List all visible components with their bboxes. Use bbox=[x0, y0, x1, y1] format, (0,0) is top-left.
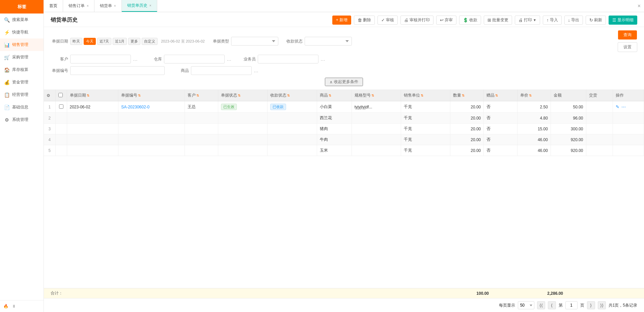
page-first-btn[interactable]: ⟨⟨ bbox=[537, 301, 545, 309]
date-more[interactable]: 更多 bbox=[128, 38, 140, 45]
refresh-button[interactable]: ↻ 刷新 bbox=[586, 16, 606, 25]
display-detail-button[interactable]: ☰ 显示明细 bbox=[609, 16, 637, 25]
col-goods[interactable]: 商品⇅ bbox=[317, 90, 352, 101]
customer-input[interactable] bbox=[70, 55, 131, 63]
collect-button[interactable]: 💲 收款 bbox=[459, 16, 481, 25]
sales-mgmt-icon: 📊 bbox=[4, 42, 9, 48]
sidebar-item-search-menu[interactable]: 🔍 搜索菜单 bbox=[0, 14, 44, 26]
page-number-input[interactable] bbox=[565, 301, 578, 309]
sidebar-bottom-icon2[interactable]: ⏸ bbox=[12, 304, 16, 309]
col-gift[interactable]: 赠品⇅ bbox=[484, 90, 517, 101]
doc-no-link[interactable]: SA-20230602-0 bbox=[121, 105, 149, 109]
cell-customer bbox=[185, 124, 218, 134]
edit-icon[interactable]: ✎ bbox=[616, 104, 619, 109]
abandon-button[interactable]: ↩ 弃审 bbox=[436, 16, 456, 25]
sort-gift-icon: ⇅ bbox=[495, 94, 498, 97]
col-customer[interactable]: 客户⇅ bbox=[185, 90, 218, 101]
page-unit: 页 bbox=[580, 303, 584, 308]
cell-goods: 猪肉 bbox=[317, 124, 352, 134]
cell-doc-no bbox=[118, 113, 185, 124]
cell-gift: 否 bbox=[484, 145, 517, 156]
goods-label: 商品 bbox=[171, 68, 189, 74]
warehouse-input[interactable] bbox=[164, 55, 225, 63]
col-collect-status[interactable]: 收款状态⇅ bbox=[268, 90, 317, 101]
sidebar-item-quick-nav[interactable]: ⚡ 快捷导航 bbox=[0, 26, 44, 38]
cell-doc-date bbox=[67, 134, 118, 145]
customer-dots[interactable]: … bbox=[133, 56, 138, 62]
new-button[interactable]: + 新增 bbox=[332, 16, 351, 25]
import-button[interactable]: ↑ 导入 bbox=[543, 16, 562, 25]
sort-doc-date-icon: ⇅ bbox=[87, 94, 89, 97]
col-price[interactable]: 单价⇅ bbox=[517, 90, 551, 101]
more-icon[interactable]: ⋯ bbox=[621, 104, 626, 109]
sidebar-item-basic-info[interactable]: 📄 基础信息 bbox=[0, 101, 44, 113]
goods-dots[interactable]: … bbox=[254, 68, 258, 73]
salesperson-dots[interactable]: … bbox=[320, 56, 325, 62]
col-gear[interactable]: ⚙ bbox=[44, 90, 55, 101]
cell-doc-no bbox=[118, 134, 185, 145]
per-page-select[interactable]: 50 100 200 bbox=[518, 301, 534, 309]
cell-collect-status bbox=[268, 113, 317, 124]
delete-button[interactable]: 🗑 删除 bbox=[354, 16, 375, 25]
col-action: 操作 bbox=[613, 90, 644, 101]
tab-sales-delivery-close[interactable]: × bbox=[114, 4, 116, 8]
col-amount: 金额 bbox=[551, 90, 586, 101]
cell-customer bbox=[185, 134, 218, 145]
sidebar-item-purchase-mgmt[interactable]: 🛒 采购管理 bbox=[0, 51, 44, 63]
tab-sales-delivery[interactable]: 销货单 × bbox=[94, 0, 122, 12]
select-all-checkbox[interactable] bbox=[58, 93, 63, 97]
sidebar-item-inventory[interactable]: 🏠 库存核算 bbox=[0, 63, 44, 76]
docno-input[interactable] bbox=[70, 66, 165, 75]
batch-change-button[interactable]: ⊞ 批量变更 bbox=[484, 16, 512, 25]
page-prev-btn[interactable]: ⟨ bbox=[548, 301, 556, 309]
doc-type-select[interactable] bbox=[231, 37, 278, 46]
pagination: 每页显示 50 100 200 ⟨⟨ ⟨ 第 页 ⟩ ⟩⟩ 共1页，5条记录 bbox=[44, 298, 644, 312]
sidebar-item-operation[interactable]: 📋 经营管理 bbox=[0, 88, 44, 101]
operation-icon: 📋 bbox=[4, 92, 9, 98]
col-unit[interactable]: 销售单位⇅ bbox=[401, 90, 450, 101]
cell-check bbox=[55, 134, 67, 145]
tab-sales-history[interactable]: 销货单历史 × bbox=[122, 0, 157, 12]
cell-qty: 20.00 bbox=[450, 101, 483, 113]
export-button[interactable]: ↓ 导出 bbox=[564, 16, 583, 25]
col-doc-no[interactable]: 单据编号⇅ bbox=[118, 90, 185, 101]
print-button[interactable]: 🖨 打印 ▼ bbox=[515, 16, 540, 25]
sidebar-item-sales-mgmt[interactable]: 📊 销售管理 bbox=[0, 38, 44, 51]
collapse-label: 收起更多条件 bbox=[334, 79, 358, 85]
col-doc-status[interactable]: 单据状态⇅ bbox=[218, 90, 268, 101]
warehouse-dots[interactable]: … bbox=[227, 56, 231, 62]
page-last-btn[interactable]: ⟩⟩ bbox=[598, 301, 606, 309]
date-today[interactable]: 今天 bbox=[84, 38, 96, 45]
query-button[interactable]: 查询 bbox=[618, 30, 637, 40]
audit-button[interactable]: ✓ 审核 bbox=[377, 16, 398, 25]
collect-status-select[interactable] bbox=[305, 37, 352, 46]
salesperson-input[interactable] bbox=[258, 55, 318, 63]
date-custom[interactable]: 自定义 bbox=[142, 38, 158, 45]
cell-price: 2.50 bbox=[517, 101, 551, 113]
date-7days[interactable]: 近7天 bbox=[97, 38, 111, 45]
sidebar-item-sys-mgmt[interactable]: ⚙ 系统管理 bbox=[0, 113, 44, 126]
row-checkbox[interactable] bbox=[59, 104, 63, 109]
collapse-icon: ∧ bbox=[330, 80, 333, 84]
col-doc-date[interactable]: 单据日期⇅ bbox=[67, 90, 118, 101]
col-qty[interactable]: 数量⇅ bbox=[450, 90, 483, 101]
sidebar-item-finance[interactable]: 💰 资金管理 bbox=[0, 76, 44, 88]
sidebar-bottom-icon1[interactable]: 🔥 bbox=[3, 304, 8, 309]
setting-button[interactable]: 设置 bbox=[618, 42, 637, 52]
collapse-button[interactable]: ∧ 收起更多条件 bbox=[325, 78, 363, 86]
tab-sales-history-close[interactable]: × bbox=[149, 4, 151, 7]
sidebar-item-label: 快捷导航 bbox=[12, 29, 28, 35]
date-1month[interactable]: 近1月 bbox=[113, 38, 127, 45]
goods-input[interactable] bbox=[191, 66, 252, 75]
sort-doc-no-icon: ⇅ bbox=[138, 94, 141, 97]
col-spec[interactable]: 规格型号⇅ bbox=[352, 90, 401, 101]
basic-info-icon: 📄 bbox=[4, 105, 9, 110]
tab-close-all[interactable]: × bbox=[638, 3, 641, 9]
date-yesterday[interactable]: 昨天 bbox=[70, 38, 82, 45]
tab-sales-order-close[interactable]: × bbox=[87, 4, 89, 8]
tab-home[interactable]: 首页 bbox=[44, 0, 63, 12]
table-footer: 合计： 100.00 2,286.00 bbox=[44, 288, 644, 298]
page-next-btn[interactable]: ⟩ bbox=[587, 301, 595, 309]
tab-sales-order[interactable]: 销售订单 × bbox=[63, 0, 94, 12]
audit-print-button[interactable]: 🖨 审核并打印 bbox=[400, 16, 433, 25]
